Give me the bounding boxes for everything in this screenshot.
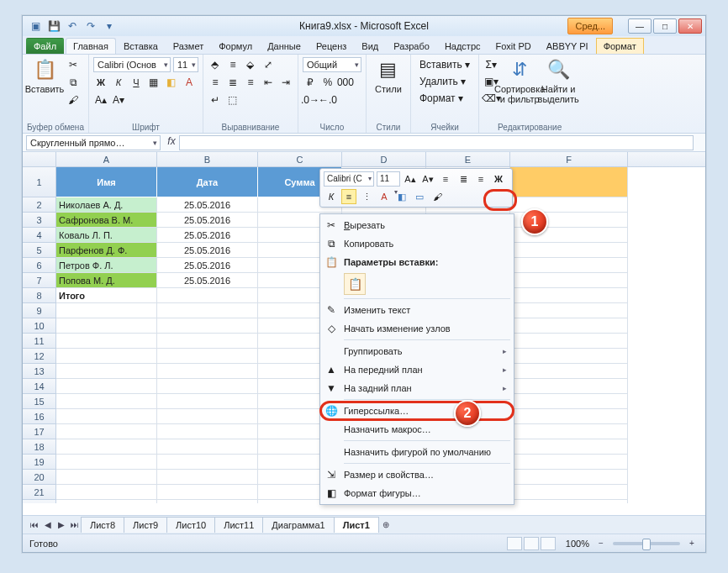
row-header[interactable]: 18: [23, 439, 56, 455]
row-header[interactable]: 19: [23, 455, 56, 470]
row-header[interactable]: 1: [23, 167, 56, 197]
cell[interactable]: 25.05.2016: [157, 243, 258, 258]
row-header[interactable]: 5: [23, 243, 56, 258]
row-header[interactable]: 3: [23, 213, 56, 228]
cell[interactable]: [56, 349, 157, 364]
sheet-tab[interactable]: Лист11: [214, 517, 263, 533]
cell[interactable]: [157, 485, 258, 500]
tab-file[interactable]: Файл: [26, 38, 64, 54]
cell[interactable]: [157, 424, 258, 439]
cell[interactable]: [56, 303, 157, 318]
wrap-text-icon[interactable]: ↵: [208, 92, 223, 108]
cell[interactable]: [56, 318, 157, 334]
cell[interactable]: [157, 439, 258, 455]
decrease-decimal-icon[interactable]: ←.0: [320, 92, 335, 108]
cell[interactable]: [157, 379, 258, 394]
cell[interactable]: [56, 470, 157, 485]
orientation-icon[interactable]: ⤢: [261, 57, 276, 72]
cell[interactable]: Дата: [157, 167, 258, 197]
row-header[interactable]: 2: [23, 197, 56, 213]
font-color-button[interactable]: A: [182, 75, 197, 90]
delete-cells-button[interactable]: Удалить ▾: [415, 74, 470, 89]
row-header[interactable]: 10: [23, 318, 56, 334]
format-cells-button[interactable]: Формат ▾: [415, 91, 467, 106]
fill-color-button[interactable]: ◧: [164, 75, 179, 90]
row-header[interactable]: 14: [23, 379, 56, 394]
view-break-icon[interactable]: [541, 537, 556, 550]
grow-font-icon[interactable]: A▴: [403, 171, 418, 187]
paste-button[interactable]: 📋 Вставить: [27, 57, 62, 94]
redo-icon[interactable]: ↷: [83, 18, 98, 34]
cell[interactable]: Коваль Л. П.: [56, 228, 157, 243]
cell[interactable]: [56, 485, 157, 500]
cell[interactable]: [510, 470, 628, 485]
row-header[interactable]: 11: [23, 334, 56, 349]
cell[interactable]: Итого: [56, 288, 157, 303]
cell[interactable]: [157, 455, 258, 470]
cell[interactable]: [56, 455, 157, 470]
tab-abbyy[interactable]: ABBYY PI: [539, 38, 596, 54]
shape-outline-icon[interactable]: ▭: [412, 189, 427, 204]
select-all-corner[interactable]: [23, 152, 56, 166]
cm-format-shape[interactable]: ◧ Формат фигуры…: [320, 484, 514, 502]
font-name-combo[interactable]: Calibri (Основ: [93, 57, 171, 72]
cell[interactable]: [510, 243, 628, 258]
cell[interactable]: [56, 364, 157, 379]
shrink-font-icon[interactable]: A▾: [111, 92, 126, 108]
align-bottom-icon[interactable]: ⬙: [243, 57, 258, 72]
currency-icon[interactable]: ₽: [303, 75, 318, 90]
sheet-prev-icon[interactable]: ◀: [41, 518, 55, 532]
sheet-first-icon[interactable]: ⏮: [28, 518, 41, 532]
row-header[interactable]: 7: [23, 273, 56, 288]
cell[interactable]: [157, 288, 258, 303]
align-right-icon[interactable]: ≡: [243, 75, 258, 90]
zoom-out-button[interactable]: −: [594, 537, 608, 550]
cm-copy[interactable]: ⧉ Копировать: [320, 234, 514, 253]
row-header[interactable]: 17: [23, 424, 56, 439]
zoom-slider[interactable]: [613, 542, 680, 545]
cell[interactable]: [157, 334, 258, 349]
cm-hyperlink[interactable]: 🌐 Гиперссылка…: [320, 402, 514, 420]
cell[interactable]: Николаев А. Д.: [56, 197, 157, 213]
row-header[interactable]: 16: [23, 409, 56, 424]
sheet-tab-active[interactable]: Лист1: [334, 517, 379, 533]
cell[interactable]: [510, 485, 628, 500]
col-header[interactable]: E: [426, 152, 510, 166]
cell[interactable]: 25.05.2016: [157, 273, 258, 288]
zoom-in-button[interactable]: +: [685, 537, 699, 550]
bold-icon[interactable]: Ж: [491, 171, 506, 187]
cell[interactable]: [56, 379, 157, 394]
cell[interactable]: [157, 409, 258, 424]
maximize-button[interactable]: □: [653, 18, 677, 34]
view-layout-icon[interactable]: [524, 537, 539, 550]
cell[interactable]: [157, 303, 258, 318]
row-header[interactable]: 9: [23, 303, 56, 318]
bold-button[interactable]: Ж: [93, 75, 108, 90]
cell[interactable]: [510, 273, 628, 288]
sheet-tab[interactable]: Диаграмма1: [262, 517, 334, 533]
mini-bullets-icon[interactable]: ⋮: [359, 189, 374, 204]
qat-dropdown-icon[interactable]: ▾: [102, 18, 117, 34]
border-button[interactable]: ▦: [146, 75, 161, 90]
number-format-combo[interactable]: Общий: [303, 57, 361, 72]
cell[interactable]: [56, 439, 157, 455]
view-normal-icon[interactable]: [507, 537, 522, 550]
tab-developer[interactable]: Разрабо: [386, 38, 437, 54]
close-button[interactable]: ✕: [678, 18, 702, 34]
format-painter-icon[interactable]: 🖌: [66, 92, 81, 108]
grow-font-icon[interactable]: A▴: [93, 92, 108, 108]
cell[interactable]: [56, 334, 157, 349]
sheet-tab[interactable]: Лист10: [166, 517, 215, 533]
cell[interactable]: [56, 409, 157, 424]
name-box[interactable]: Скругленный прямо…: [26, 135, 161, 150]
cell[interactable]: [510, 349, 628, 364]
col-header[interactable]: D: [342, 152, 426, 166]
row-header[interactable]: 15: [23, 394, 56, 409]
percent-icon[interactable]: %: [320, 75, 335, 90]
row-header[interactable]: 4: [23, 228, 56, 243]
cell[interactable]: 25.05.2016: [157, 213, 258, 228]
mini-align-icon[interactable]: ≡: [438, 171, 453, 187]
find-select-button[interactable]: 🔍 Найти и выделить: [541, 57, 576, 104]
cell[interactable]: [56, 394, 157, 409]
row-header[interactable]: 20: [23, 470, 56, 485]
